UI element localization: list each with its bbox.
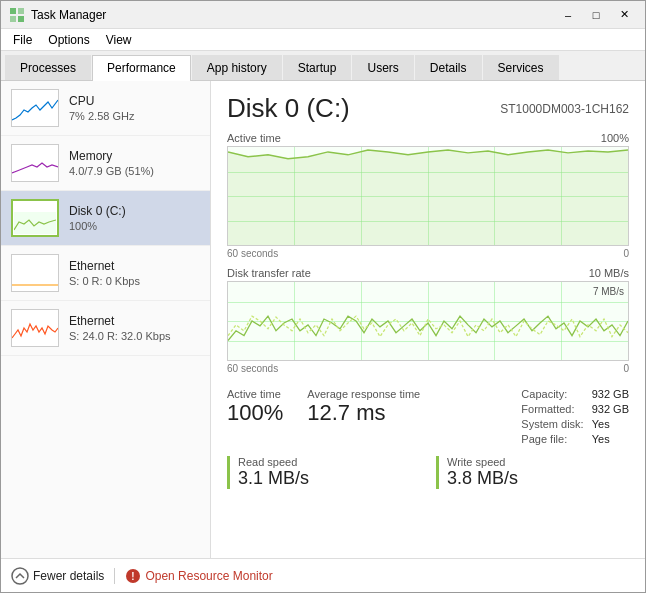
transfer-chart-max: 10 MB/s xyxy=(589,267,629,279)
sidebar-item-cpu[interactable]: CPU 7% 2.58 GHz xyxy=(1,81,210,136)
read-speed-label: Read speed xyxy=(238,456,420,468)
svg-marker-10 xyxy=(228,150,628,245)
read-speed-value: 3.1 MB/s xyxy=(238,468,420,489)
system-disk-key: System disk: xyxy=(521,418,583,430)
read-speed-block: Read speed 3.1 MB/s xyxy=(227,456,420,489)
ethernet2-thumbnail xyxy=(11,309,59,347)
disk-header: Disk 0 (C:) ST1000DM003-1CH162 xyxy=(227,93,629,124)
memory-info: Memory 4.0/7.9 GB (51%) xyxy=(69,149,200,177)
memory-thumbnail xyxy=(11,144,59,182)
memory-value: 4.0/7.9 GB (51%) xyxy=(69,165,200,177)
svg-point-11 xyxy=(12,568,28,584)
transfer-0: 0 xyxy=(623,363,629,374)
menu-file[interactable]: File xyxy=(5,31,40,49)
perf-stats: Active time 100% Average response time 1… xyxy=(227,388,521,426)
tab-processes[interactable]: Processes xyxy=(5,55,91,80)
active-time-chart-max: 100% xyxy=(601,132,629,144)
sidebar-item-memory[interactable]: Memory 4.0/7.9 GB (51%) xyxy=(1,136,210,191)
transfer-rate-section: Disk transfer rate 10 MB/s 7 MB/s xyxy=(227,267,629,374)
page-file-key: Page file: xyxy=(521,433,583,445)
active-time-0: 0 xyxy=(623,248,629,259)
menu-bar: File Options View xyxy=(1,29,645,51)
cpu-thumbnail xyxy=(11,89,59,127)
ethernet2-info: Ethernet S: 24.0 R: 32.0 Kbps xyxy=(69,314,200,342)
active-time-label-row: Active time 100% xyxy=(227,132,629,144)
title-bar-left: Task Manager xyxy=(9,7,106,23)
sidebar: CPU 7% 2.58 GHz Memory 4.0/7.9 GB (51%) xyxy=(1,81,211,558)
ethernet1-info: Ethernet S: 0 R: 0 Kbps xyxy=(69,259,200,287)
svg-text:!: ! xyxy=(132,571,135,582)
fewer-details-button[interactable]: Fewer details xyxy=(11,567,104,585)
active-time-stat-value: 100% xyxy=(227,400,283,426)
active-time-stat-label: Active time xyxy=(227,388,283,400)
svg-rect-4 xyxy=(12,90,58,126)
svg-rect-2 xyxy=(10,16,16,22)
disk-value: 100% xyxy=(69,220,200,232)
tab-bar: Processes Performance App history Startu… xyxy=(1,51,645,81)
disk-model: ST1000DM003-1CH162 xyxy=(500,102,629,116)
app-icon xyxy=(9,7,25,23)
active-time-stat: Active time 100% xyxy=(227,388,283,426)
sidebar-item-ethernet1[interactable]: Ethernet S: 0 R: 0 Kbps xyxy=(1,246,210,301)
footer: Fewer details ! Open Resource Monitor xyxy=(1,558,645,592)
main-content: CPU 7% 2.58 GHz Memory 4.0/7.9 GB (51%) xyxy=(1,81,645,558)
sidebar-item-ethernet2[interactable]: Ethernet S: 24.0 R: 32.0 Kbps xyxy=(1,301,210,356)
fewer-details-icon xyxy=(11,567,29,585)
write-speed-value: 3.8 MB/s xyxy=(447,468,629,489)
window-title: Task Manager xyxy=(31,8,106,22)
stats-area: Active time 100% Average response time 1… xyxy=(227,388,629,448)
transfer-60s: 60 seconds xyxy=(227,363,278,374)
active-time-chart xyxy=(227,146,629,246)
system-disk-value: Yes xyxy=(592,418,629,430)
speed-row: Read speed 3.1 MB/s Write speed 3.8 MB/s xyxy=(227,456,629,489)
task-manager-window: Task Manager – □ ✕ File Options View Pro… xyxy=(0,0,646,593)
disk-title: Disk 0 (C:) xyxy=(227,93,350,124)
page-file-value: Yes xyxy=(592,433,629,445)
window-controls: – □ ✕ xyxy=(555,5,637,25)
disk-specs: Capacity: Formatted: System disk: Page f… xyxy=(521,388,629,448)
active-time-chart-label: Active time xyxy=(227,132,281,144)
open-resource-label: Open Resource Monitor xyxy=(145,569,272,583)
tab-details[interactable]: Details xyxy=(415,55,482,80)
spec-values: 932 GB 932 GB Yes Yes xyxy=(592,388,629,448)
sidebar-item-disk[interactable]: Disk 0 (C:) 100% xyxy=(1,191,210,246)
menu-view[interactable]: View xyxy=(98,31,140,49)
transfer-chart-label: Disk transfer rate xyxy=(227,267,311,279)
avg-response-value: 12.7 ms xyxy=(307,400,420,426)
cpu-label: CPU xyxy=(69,94,200,108)
formatted-value: 932 GB xyxy=(592,403,629,415)
open-resource-monitor-link[interactable]: ! Open Resource Monitor xyxy=(125,568,272,584)
write-speed-label: Write speed xyxy=(447,456,629,468)
disk-detail-panel: Disk 0 (C:) ST1000DM003-1CH162 Active ti… xyxy=(211,81,645,558)
active-time-section: Active time 100% xyxy=(227,132,629,259)
tab-performance[interactable]: Performance xyxy=(92,55,191,81)
resource-monitor-icon: ! xyxy=(125,568,141,584)
transfer-rate-chart: 7 MB/s xyxy=(227,281,629,361)
menu-options[interactable]: Options xyxy=(40,31,97,49)
disk-thumbnail xyxy=(11,199,59,237)
cpu-value: 7% 2.58 GHz xyxy=(69,110,200,122)
minimize-button[interactable]: – xyxy=(555,5,581,25)
avg-response-stat: Average response time 12.7 ms xyxy=(307,388,420,426)
ethernet2-value: S: 24.0 R: 32.0 Kbps xyxy=(69,330,200,342)
ethernet2-label: Ethernet xyxy=(69,314,200,328)
ethernet1-value: S: 0 R: 0 Kbps xyxy=(69,275,200,287)
fewer-details-label: Fewer details xyxy=(33,569,104,583)
cpu-info: CPU 7% 2.58 GHz xyxy=(69,94,200,122)
tab-users[interactable]: Users xyxy=(352,55,413,80)
avg-response-label: Average response time xyxy=(307,388,420,400)
capacity-value: 932 GB xyxy=(592,388,629,400)
transfer-rate-label-row: Disk transfer rate 10 MB/s xyxy=(227,267,629,279)
disk-label: Disk 0 (C:) xyxy=(69,204,200,218)
tab-startup[interactable]: Startup xyxy=(283,55,352,80)
tab-services[interactable]: Services xyxy=(483,55,559,80)
spec-keys: Capacity: Formatted: System disk: Page f… xyxy=(521,388,583,448)
ethernet1-label: Ethernet xyxy=(69,259,200,273)
svg-rect-8 xyxy=(12,255,58,291)
svg-rect-1 xyxy=(18,8,24,14)
close-button[interactable]: ✕ xyxy=(611,5,637,25)
tab-app-history[interactable]: App history xyxy=(192,55,282,80)
svg-rect-5 xyxy=(12,145,58,181)
maximize-button[interactable]: □ xyxy=(583,5,609,25)
disk-info: Disk 0 (C:) 100% xyxy=(69,204,200,232)
